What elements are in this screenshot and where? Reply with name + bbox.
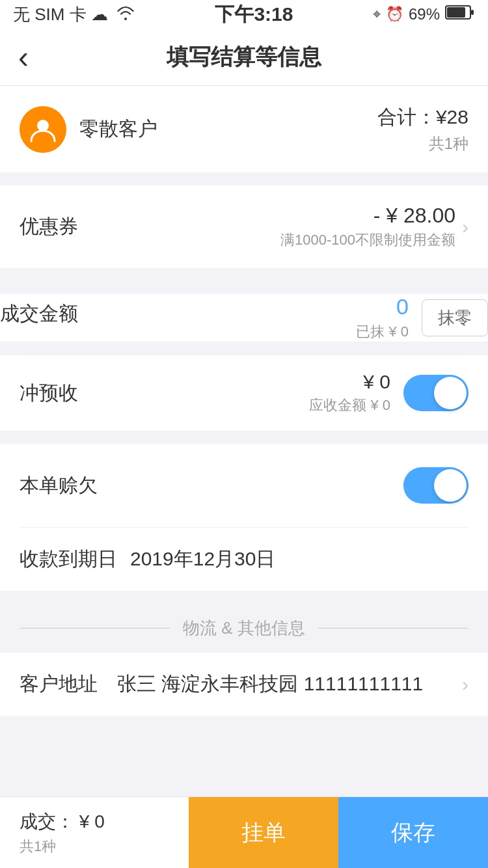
prepaid-label: 冲预收	[20, 380, 78, 407]
debt-toggle-knob	[434, 469, 467, 502]
wifi-icon	[116, 5, 135, 25]
prepaid-right: ¥ 0 应收金额 ¥ 0	[309, 371, 468, 415]
page-title: 填写结算等信息	[167, 42, 321, 72]
alarm-icon: ⏰	[386, 6, 403, 23]
bottom-bar: 成交： ¥ 0 共1种 挂单 保存	[0, 796, 488, 868]
customer-count: 共1种	[377, 133, 468, 154]
debt-row: 本单赊欠	[0, 444, 488, 527]
coupon-info: - ¥ 28.00 满1000-100不限制使用金额	[280, 204, 455, 250]
coupon-right: - ¥ 28.00 满1000-100不限制使用金额 ›	[280, 204, 468, 250]
due-date-row: 收款到期日 2019年12月30日	[0, 528, 488, 591]
hold-button-label: 挂单	[241, 818, 286, 848]
customer-name: 零散客户	[79, 116, 157, 142]
amount-value-wrapper: 0 已抹 ¥ 0	[356, 294, 409, 342]
status-left: 无 SIM 卡 ☁	[13, 3, 135, 26]
separator-2	[0, 431, 488, 444]
amount-sub: 已抹 ¥ 0	[356, 322, 409, 342]
amount-label: 成交金额	[0, 294, 78, 327]
coupon-row[interactable]: 优惠券 - ¥ 28.00 满1000-100不限制使用金额 ›	[0, 185, 488, 268]
coupon-section[interactable]: 优惠券 - ¥ 28.00 满1000-100不限制使用金额 ›	[0, 185, 488, 268]
bottom-deal-amount: ¥ 0	[79, 811, 105, 832]
address-value: 张三 海淀永丰科技园 11111111111	[117, 671, 462, 698]
svg-point-3	[37, 120, 49, 131]
status-time: 下午3:18	[215, 1, 293, 28]
separator-1	[0, 281, 488, 294]
back-button[interactable]: ‹	[18, 42, 29, 73]
address-chevron-icon: ›	[462, 673, 468, 696]
amount-section: 成交金额 0 已抹 ¥ 0 抹零	[0, 294, 488, 342]
debt-label: 本单赊欠	[20, 472, 98, 499]
svg-rect-1	[447, 7, 465, 18]
address-section[interactable]: 客户地址 张三 海淀永丰科技园 11111111111 ›	[0, 653, 488, 716]
amount-right: 0 已抹 ¥ 0 抹零	[356, 294, 488, 342]
logistics-header: 物流 & 其他信息	[20, 617, 468, 640]
sim-label: 无 SIM 卡 ☁	[13, 3, 108, 26]
round-off-button[interactable]: 抹零	[422, 299, 488, 336]
coupon-desc: 满1000-100不限制使用金额	[280, 230, 455, 250]
prepaid-amount: ¥ 0	[309, 371, 390, 393]
svg-rect-2	[471, 10, 474, 15]
customer-total: 合计：¥28	[377, 104, 468, 131]
battery-icon	[445, 5, 475, 24]
address-row[interactable]: 客户地址 张三 海淀永丰科技园 11111111111 ›	[0, 653, 488, 716]
battery-percent: 69%	[409, 5, 440, 23]
bottom-deal-line: 成交： ¥ 0	[20, 809, 169, 834]
bottom-count: 共1种	[20, 837, 169, 856]
prepaid-values: ¥ 0 应收金额 ¥ 0	[309, 371, 390, 415]
save-button-label: 保存	[391, 818, 435, 848]
header-line-left	[20, 628, 170, 629]
bottom-deal-label: 成交：	[20, 811, 74, 832]
customer-section: 零散客户 合计：¥28 共1种	[0, 86, 488, 172]
logistics-label: 物流 & 其他信息	[183, 617, 305, 640]
customer-avatar	[20, 106, 66, 153]
amount-row: 成交金额 0 已抹 ¥ 0 抹零	[0, 294, 488, 342]
customer-row: 零散客户 合计：¥28 共1种	[0, 86, 488, 172]
due-date-label: 收款到期日	[20, 546, 117, 573]
header-line-right	[318, 628, 468, 629]
debt-toggle[interactable]	[403, 467, 468, 504]
coupon-chevron-icon: ›	[462, 216, 468, 238]
coupon-label: 优惠券	[20, 213, 78, 240]
customer-total-info: 合计：¥28 共1种	[377, 104, 468, 154]
save-button[interactable]: 保存	[338, 797, 488, 869]
debt-section: 本单赊欠 收款到期日 2019年12月30日	[0, 444, 488, 591]
nav-bar: ‹ 填写结算等信息	[0, 29, 488, 86]
bottom-summary: 成交： ¥ 0 共1种	[0, 809, 189, 856]
user-icon	[29, 115, 57, 144]
prepaid-toggle-knob	[434, 377, 467, 409]
hold-button[interactable]: 挂单	[189, 797, 338, 869]
amount-value: 0	[356, 294, 409, 319]
prepaid-sub: 应收金额 ¥ 0	[309, 396, 390, 415]
location-icon: ⌖	[373, 6, 381, 23]
due-date-value: 2019年12月30日	[130, 546, 275, 573]
status-bar: 无 SIM 卡 ☁ 下午3:18 ⌖ ⏰ 69%	[0, 0, 488, 29]
logistics-separator: 物流 & 其他信息	[0, 604, 488, 653]
status-right: ⌖ ⏰ 69%	[373, 5, 475, 24]
prepaid-toggle[interactable]	[403, 375, 468, 411]
customer-info: 零散客户	[20, 106, 157, 153]
coupon-amount: - ¥ 28.00	[280, 204, 455, 228]
address-label: 客户地址	[20, 671, 98, 698]
prepaid-row: 冲预收 ¥ 0 应收金额 ¥ 0	[0, 355, 488, 431]
